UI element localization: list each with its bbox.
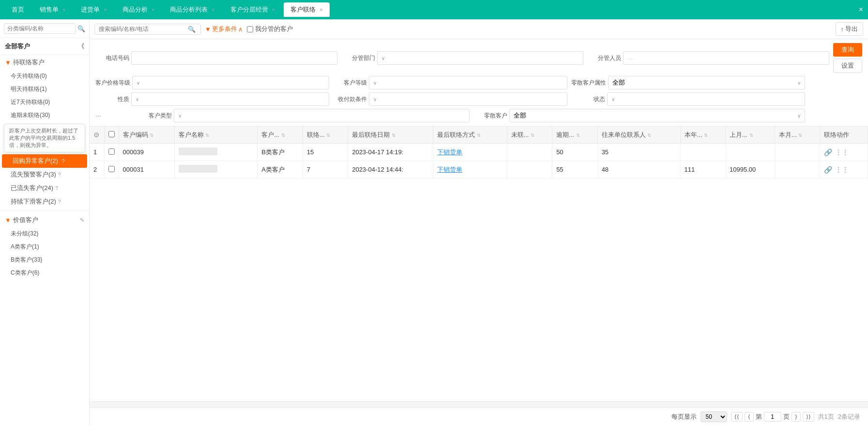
name-blur-2 <box>179 165 217 173</box>
prev-page-button[interactable]: ⟨ <box>745 412 754 422</box>
payment-input[interactable]: ∨ <box>369 92 567 106</box>
nature-input[interactable]: ∨ <box>131 92 329 106</box>
dept-input[interactable]: ∨ <box>377 51 583 65</box>
th-gear[interactable]: ⚙ <box>90 127 104 144</box>
sidebar-search-icon[interactable]: 🔍 <box>77 25 85 32</box>
action-link-icon-2[interactable]: 🔗 <box>824 166 832 174</box>
scatter-attr-input[interactable]: 全部 ∨ <box>608 76 805 89</box>
action-link-icon-1[interactable]: 🔗 <box>824 148 832 156</box>
first-page-button[interactable]: ⟨⟨ <box>731 412 743 422</box>
tab-analysis[interactable]: 商品分析 × <box>116 2 161 17</box>
customer-level-input[interactable]: ∨ <box>369 76 567 89</box>
my-customers-checkbox[interactable] <box>247 26 253 32</box>
tab-customer-contact-close[interactable]: × <box>320 7 322 13</box>
set-button[interactable]: 设置 <box>833 59 862 73</box>
sidebar-item-class-c[interactable]: C类客户(6) <box>0 266 89 279</box>
th-unit-contact[interactable]: 往来单位联系人 ⇅ <box>597 127 680 144</box>
filter-more-conditions[interactable]: ▼ 更多条件 ∧ <box>205 25 243 33</box>
filter-search-input[interactable] <box>99 26 186 32</box>
select-all-checkbox[interactable] <box>108 131 115 137</box>
filter-search-box[interactable]: 🔍 <box>94 24 201 35</box>
sidebar-search-input[interactable] <box>4 23 76 34</box>
th-this-year[interactable]: 本年... ⇅ <box>680 127 726 144</box>
sidebar-all-customers[interactable]: 全部客户 《 <box>0 38 89 55</box>
filter-search-icon[interactable]: 🔍 <box>188 26 196 33</box>
sidebar-item-today[interactable]: 今天待联络(0) <box>0 70 89 83</box>
tab-purchase-close[interactable]: × <box>104 7 107 13</box>
sidebar-item-churn-warning[interactable]: 流失预警客户(3) ? <box>0 168 89 181</box>
sidebar-value-customers-group[interactable]: ▼ 价值客户 ✎ <box>0 213 89 227</box>
sidebar-item-repurchase-anomaly[interactable]: 回购异常客户(2) ? <box>2 154 87 168</box>
scatter-customer-input[interactable]: 全部 ∨ <box>509 109 805 122</box>
td-name-2[interactable] <box>174 161 257 178</box>
tab-analysis-close[interactable]: × <box>152 7 154 13</box>
tab-customer-mgmt-close[interactable]: × <box>272 7 275 13</box>
person-input[interactable]: ··· <box>623 51 829 65</box>
tab-analysis-list[interactable]: 商品分析列表 × <box>163 2 221 17</box>
tab-analysis-list-close[interactable]: × <box>212 7 214 13</box>
my-customers-checkbox-area[interactable]: 我分管的客户 <box>247 25 293 33</box>
per-page-select[interactable]: 50 100 200 <box>700 411 727 422</box>
churn-warning-label: 流失预警客户(3) <box>11 170 56 179</box>
churn-help-icon: ? <box>58 172 61 177</box>
gear-icon[interactable]: ⚙ <box>93 131 100 139</box>
tab-customer-contact[interactable]: 客户联络 × <box>284 2 329 17</box>
th-level[interactable]: 客户... ⇅ <box>258 127 303 144</box>
price-level-input[interactable]: ∨ <box>132 76 329 89</box>
td-check-2[interactable] <box>104 161 119 178</box>
th-contact-count[interactable]: 联络... ⇅ <box>303 127 348 144</box>
sidebar-collapse-icon[interactable]: 《 <box>78 42 84 51</box>
sidebar-item-tomorrow[interactable]: 明天待联络(1) <box>0 83 89 96</box>
tab-customer-mgmt[interactable]: 客户分层经营 × <box>224 2 282 17</box>
tab-home[interactable]: 首页 <box>5 2 31 17</box>
export-button[interactable]: ↑ 导出 <box>836 22 864 36</box>
horizontal-scrollbar[interactable] <box>90 401 868 407</box>
more-dots-icon[interactable]: ··· <box>95 112 101 119</box>
th-this-month[interactable]: 本月... ⇅ <box>775 127 820 144</box>
scatter-attr-chevron-icon: ∨ <box>797 80 801 86</box>
sidebar-item-declining[interactable]: 持续下滑客户(2) ? <box>0 195 89 208</box>
th-name[interactable]: 客户名称 ⇅ <box>174 127 257 144</box>
contact-method-link-2[interactable]: 下销货单 <box>437 166 462 173</box>
th-last-contact-method[interactable]: 最后联络方式 ⇅ <box>433 127 507 144</box>
page-input[interactable] <box>764 412 781 422</box>
contact-method-link-1[interactable]: 下销货单 <box>437 148 462 156</box>
td-last-contact-method-2[interactable]: 下销货单 <box>433 161 507 178</box>
phone-input[interactable] <box>131 51 337 65</box>
customer-type-input[interactable]: ∨ <box>174 109 470 122</box>
sidebar-item-class-a[interactable]: A类客户(1) <box>0 240 89 253</box>
tab-purchase[interactable]: 进货单 × <box>74 2 113 17</box>
th-overdue[interactable]: 逾期... ⇅ <box>552 127 598 144</box>
page-navigation: ⟨⟨ ⟨ 第 页 ⟩ ⟩⟩ <box>731 412 814 422</box>
row1-checkbox[interactable] <box>108 148 115 155</box>
td-name-1[interactable] <box>174 144 257 161</box>
sidebar-item-churned[interactable]: 已流失客户(24) ? <box>0 181 89 195</box>
td-code-1: 000039 <box>119 144 174 161</box>
row2-checkbox[interactable] <box>108 166 115 172</box>
th-last-contact-date[interactable]: 最后联络日期 ⇅ <box>348 127 433 144</box>
td-last-contact-method-1[interactable]: 下销货单 <box>433 144 507 161</box>
tab-sales[interactable]: 销售单 × <box>33 2 72 17</box>
sidebar-item-class-b[interactable]: B类客户(33) <box>0 253 89 266</box>
th-code[interactable]: 客户编码 ⇅ <box>119 127 174 144</box>
action-grid-icon-2[interactable]: ⋮⋮ <box>835 166 849 174</box>
sidebar-item-overdue[interactable]: 逾期未联络(30) <box>0 109 89 122</box>
tab-sales-close[interactable]: × <box>62 7 65 13</box>
filter-row4-dots[interactable]: ··· <box>95 112 134 119</box>
sidebar-item-7days[interactable]: 近7天待联络(0) <box>0 96 89 109</box>
scatter-customer-label: 零散客户 <box>473 112 507 120</box>
action-grid-icon-1[interactable]: ⋮⋮ <box>835 148 849 156</box>
status-input[interactable]: ∨ <box>607 92 805 106</box>
th-unread[interactable]: 未联... ⇅ <box>507 127 552 144</box>
next-page-button[interactable]: ⟩ <box>792 412 801 422</box>
sidebar-pending-contact-group[interactable]: ▼ 待联络客户 <box>0 55 89 70</box>
th-last-month[interactable]: 上月... ⇅ <box>726 127 775 144</box>
value-customers-edit-icon[interactable]: ✎ <box>80 217 84 223</box>
sidebar-item-ungrouped[interactable]: 未分组(32) <box>0 227 89 240</box>
window-close-button[interactable]: × <box>859 5 863 14</box>
td-check-1[interactable] <box>104 144 119 161</box>
last-page-button[interactable]: ⟩⟩ <box>803 412 814 422</box>
table-header-row: ⚙ 客户编码 ⇅ 客户名称 ⇅ 客户... ⇅ 联络... ⇅ 最后联络日期 ⇅… <box>90 127 868 144</box>
th-checkbox[interactable] <box>104 127 119 144</box>
query-button[interactable]: 查询 <box>833 43 862 57</box>
